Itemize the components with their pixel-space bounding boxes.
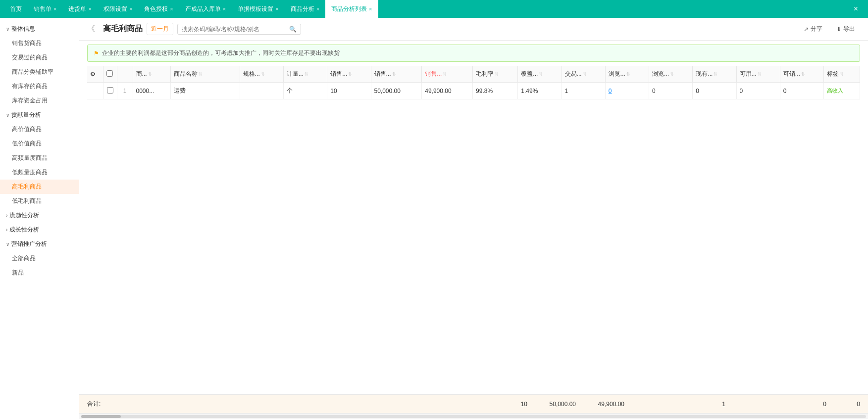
sidebar-item-high-value[interactable]: 高价值商品 [0, 122, 79, 137]
sidebar-group-marketing[interactable]: ∨ 营销推广分析 [0, 237, 79, 251]
sidebar-item-low-value[interactable]: 低价值商品 [0, 137, 79, 151]
col-gross-margin[interactable]: 毛利率 ⇅ [473, 66, 518, 83]
sidebar-group-overall[interactable]: ∨ 整体信息 [0, 22, 79, 36]
sort-tag: ⇅ [840, 72, 844, 77]
nav-sales[interactable]: 销售单 × [28, 0, 62, 18]
filter-period-button[interactable]: 近一月 [147, 23, 173, 35]
content-area: 《 高毛利商品 近一月 🔍 ↗ 分享 ⬇ 导出 ⚑ 企业的主要的利润都是这部分商… [79, 18, 868, 419]
nav-home[interactable]: 首页 [4, 0, 28, 18]
col-browse1[interactable]: 浏览... ⇅ [605, 66, 649, 83]
cell-sales-qty: 10 [327, 83, 371, 99]
cell-available: 0 [736, 83, 780, 99]
content-header: 《 高毛利商品 近一月 🔍 ↗ 分享 ⬇ 导出 [79, 18, 868, 41]
cell-code: 0000... [133, 83, 171, 99]
sort-current-stock: ⇅ [714, 72, 717, 77]
expand-arrow-marketing: ∨ [6, 241, 9, 247]
sidebar-item-analysis-assist[interactable]: 商品分类辅助率 [0, 65, 79, 79]
col-current-stock[interactable]: 现有... ⇅ [693, 66, 736, 83]
col-settings[interactable]: ⚙ [87, 66, 103, 83]
footer-current-stock: 0 [797, 401, 826, 408]
close-sales-icon[interactable]: × [53, 6, 56, 12]
col-saleable[interactable]: 可销... ⇅ [780, 66, 823, 83]
col-tag[interactable]: 标签 ⇅ [824, 66, 860, 83]
nav-roles[interactable]: 角色授权 × [138, 0, 179, 18]
footer-sales-qty: 10 [498, 401, 527, 408]
footer-available: 0 [830, 401, 860, 408]
data-table: ⚙ 商... ⇅ [87, 66, 860, 99]
sidebar-item-low-freq[interactable]: 低频量度商品 [0, 165, 79, 180]
nav-analysis[interactable]: 商品分析 × [285, 0, 325, 18]
sidebar-item-all-goods[interactable]: 全部商品 [0, 251, 79, 266]
cell-browse1[interactable]: 0 [605, 83, 649, 99]
close-analysis-icon[interactable]: × [316, 6, 319, 12]
sort-trade: ⇅ [583, 72, 587, 77]
expand-arrow-financial: ∨ [6, 112, 9, 118]
nav-permissions[interactable]: 权限设置 × [98, 0, 138, 18]
select-all-checkbox[interactable] [106, 70, 113, 77]
search-box: 🔍 [177, 24, 301, 35]
scroll-track [81, 415, 866, 418]
col-unit[interactable]: 计量... ⇅ [284, 66, 327, 83]
sidebar-group-financial[interactable]: ∨ 贡献量分析 [0, 108, 79, 122]
sort-sales-amt: ⇅ [392, 72, 396, 77]
sort-sales-profit: ⇅ [443, 72, 447, 77]
search-input[interactable] [182, 26, 287, 33]
col-sales-amt[interactable]: 销售... ⇅ [371, 66, 422, 83]
close-purchase-icon[interactable]: × [88, 6, 91, 12]
col-sales-qty[interactable]: 销售... ⇅ [327, 66, 371, 83]
scroll-thumb[interactable] [81, 415, 121, 418]
col-trade[interactable]: 交易... ⇅ [562, 66, 605, 83]
close-analysis-list-icon[interactable]: × [369, 6, 372, 12]
window-close-button[interactable]: × [848, 0, 864, 18]
table-row: 1 0000... 运费 个 10 50,000.00 49,900.00 99… [87, 83, 860, 99]
sidebar-item-high-margin[interactable]: 高毛利商品 [0, 180, 79, 194]
export-icon: ⬇ [836, 26, 841, 33]
share-icon: ↗ [804, 26, 809, 33]
sidebar-item-sales-goods[interactable]: 销售货商品 [0, 36, 79, 50]
close-template-icon[interactable]: × [275, 6, 278, 12]
col-available[interactable]: 可用... ⇅ [736, 66, 780, 83]
sort-spec: ⇅ [261, 72, 265, 77]
sidebar-item-traded-goods[interactable]: 交易过的商品 [0, 50, 79, 65]
sidebar-item-inventory-goods[interactable]: 有库存的商品 [0, 79, 79, 93]
cell-sales-amt: 50,000.00 [371, 83, 422, 99]
sidebar-group-trend[interactable]: › 流趋性分析 [0, 208, 79, 223]
sidebar-item-new-goods[interactable]: 新品 [0, 266, 79, 280]
col-browse2[interactable]: 浏览... ⇅ [649, 66, 693, 83]
nav-analysis-list[interactable]: 商品分析列表 × [325, 0, 378, 18]
nav-products-in[interactable]: 产成品入库单 × [179, 0, 232, 18]
close-permissions-icon[interactable]: × [129, 6, 132, 12]
col-coverage[interactable]: 覆盖... ⇅ [518, 66, 562, 83]
sidebar-group-growth[interactable]: › 成长性分析 [0, 223, 79, 237]
expand-arrow-overall: ∨ [6, 26, 9, 32]
search-icon[interactable]: 🔍 [289, 26, 297, 33]
close-products-icon[interactable]: × [223, 6, 226, 12]
sidebar-item-low-margin[interactable]: 低毛利商品 [0, 194, 79, 208]
col-spec[interactable]: 规格... ⇅ [240, 66, 283, 83]
total-label: 合计: [87, 400, 117, 408]
sidebar-item-inventory-ratio[interactable]: 库存资金占用 [0, 93, 79, 108]
bottom-scrollbar[interactable] [79, 413, 868, 419]
sort-unit: ⇅ [305, 72, 308, 77]
export-button[interactable]: ⬇ 导出 [831, 23, 860, 35]
cell-trade: 1 [562, 83, 605, 99]
col-code[interactable]: 商... ⇅ [133, 66, 171, 83]
cell-tag: 高收入 [824, 83, 860, 99]
nav-template[interactable]: 单据模板设置 × [232, 0, 284, 18]
cell-gross-margin: 99.8% [473, 83, 518, 99]
nav-purchase[interactable]: 进货单 × [62, 0, 97, 18]
collapse-sidebar-button[interactable]: 《 [87, 24, 95, 34]
col-sales-profit[interactable]: 销售... ⇅ [422, 66, 473, 83]
cell-num: 1 [117, 83, 133, 99]
close-roles-icon[interactable]: × [170, 6, 173, 12]
col-name[interactable]: 商品名称 ⇅ [171, 66, 240, 83]
sort-code: ⇅ [148, 72, 152, 77]
footer-sales-profit: 49,900.00 [580, 401, 624, 408]
share-button[interactable]: ↗ 分享 [799, 23, 827, 35]
cell-checkbox[interactable] [103, 83, 117, 99]
footer-trade: 1 [696, 401, 725, 408]
sidebar-item-high-freq[interactable]: 高频量度商品 [0, 151, 79, 165]
sort-name: ⇅ [199, 72, 203, 77]
col-checkbox [103, 66, 117, 83]
table-container: ⚙ 商... ⇅ [87, 66, 860, 394]
